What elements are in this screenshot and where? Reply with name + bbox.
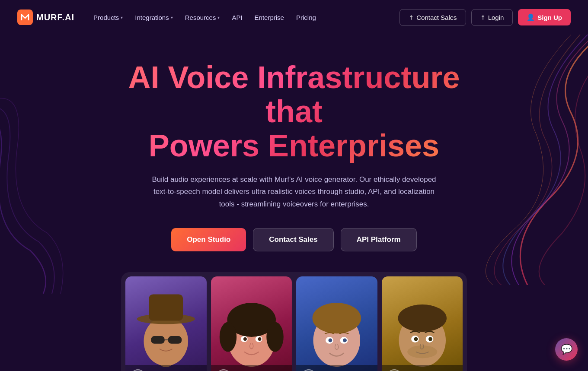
voice-cards-container: American voice Middle-aged [121,272,467,371]
svg-point-35 [428,337,432,341]
svg-point-13 [219,322,236,352]
play-button-4[interactable] [387,369,402,371]
svg-point-26 [343,339,347,342]
voice-card-2[interactable]: British voice Young adult [211,276,292,371]
signup-button[interactable]: 👤 Sign Up [518,9,571,25]
nav-item-integrations[interactable]: Integrations ▾ [130,10,178,25]
contact-sales-hero-button[interactable]: Contact Sales [253,228,333,251]
nav-item-products[interactable]: Products ▾ [88,10,128,25]
voice-card-info-2: British voice Young adult [211,365,292,371]
cta-buttons: Open Studio Contact Sales API Platform [17,228,571,251]
play-button-2[interactable] [216,369,231,371]
play-button-3[interactable] [301,369,316,371]
chevron-down-icon: ▾ [217,15,220,20]
user-icon: 👤 [527,13,535,21]
svg-point-14 [266,322,283,352]
chat-button[interactable]: 💬 [555,338,578,361]
voice-card-info-1: American voice Middle-aged [125,365,207,371]
nav-links: Products ▾ Integrations ▾ Resources ▾ AP… [88,10,321,25]
logo[interactable]: MURF.AI [17,10,74,25]
nav-item-resources[interactable]: Resources ▾ [180,10,225,25]
svg-rect-0 [17,10,33,25]
svg-point-18 [258,337,261,341]
svg-point-17 [243,337,247,341]
svg-rect-5 [149,295,183,321]
svg-point-30 [398,304,447,332]
hero-section: AI Voice Infrastructure that Powers Ente… [0,35,588,371]
chat-icon: 💬 [561,344,572,355]
svg-point-31 [407,346,437,358]
hero-title: AI Voice Infrastructure that Powers Ente… [99,60,489,163]
chevron-down-icon: ▾ [171,15,173,20]
person-avatar-4 [382,276,463,371]
arrow-icon: ↗ [479,13,487,22]
person-avatar-2 [211,276,292,371]
logo-text: MURF.AI [36,13,74,22]
svg-point-34 [414,337,418,341]
svg-rect-7 [168,336,182,344]
voice-card-1[interactable]: American voice Middle-aged [125,276,207,371]
logo-icon [17,10,33,25]
contact-sales-button[interactable]: ↗ Contact Sales [399,9,466,26]
nav-item-enterprise[interactable]: Enterprise [249,10,289,25]
voice-cards-grid: American voice Middle-aged [125,276,463,371]
person-avatar-1 [125,276,207,371]
svg-point-22 [313,303,361,333]
svg-point-25 [329,339,332,342]
svg-rect-6 [151,336,165,344]
voice-card-3[interactable]: American voice Young adult [296,276,377,371]
voice-card-4[interactable]: Australian voice Young Adult [382,276,463,371]
hero-subtitle: Build audio experiences at scale with Mu… [147,174,441,211]
voice-card-info-4: Australian voice Young Adult [382,365,463,371]
nav-left: MURF.AI Products ▾ Integrations ▾ Resour… [17,10,321,25]
chevron-down-icon: ▾ [121,15,123,20]
nav-item-pricing[interactable]: Pricing [291,10,321,25]
play-button-1[interactable] [131,369,145,371]
api-platform-button[interactable]: API Platform [341,228,417,251]
person-avatar-3 [296,276,377,371]
arrow-icon: ↗ [407,13,415,22]
login-button[interactable]: ↗ Login [471,9,513,26]
open-studio-button[interactable]: Open Studio [171,228,246,251]
voice-card-info-3: American voice Young adult [296,365,377,371]
nav-right: ↗ Contact Sales ↗ Login 👤 Sign Up [399,9,571,26]
navbar: MURF.AI Products ▾ Integrations ▾ Resour… [0,0,588,35]
nav-item-api[interactable]: API [227,10,247,25]
